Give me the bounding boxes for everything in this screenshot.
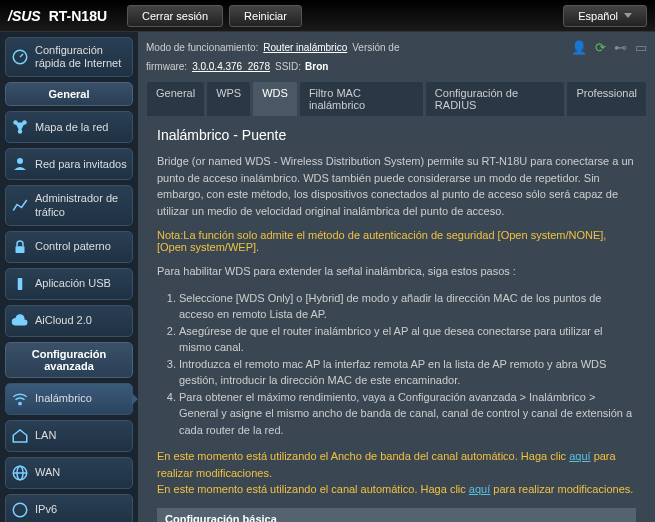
sidebar-item-guest[interactable]: Red para invitados xyxy=(5,148,133,180)
language-select[interactable]: Español xyxy=(563,5,647,27)
person-icon: 👤 xyxy=(571,40,587,55)
sidebar-advanced-header: Configuración avanzada xyxy=(5,342,133,378)
language-label: Español xyxy=(578,10,618,22)
cloud-icon xyxy=(11,312,29,330)
usb-icon xyxy=(11,275,29,293)
current-bw-text: En este momento está utilizando el Ancho… xyxy=(157,448,636,481)
traffic-icon xyxy=(11,197,29,215)
page-title: Inalámbrico - Puente xyxy=(157,127,636,143)
sidebar: Configuración rápida de Internet General… xyxy=(0,32,138,522)
step-item: Seleccione [WDS Only] o [Hybrid] de modo… xyxy=(179,290,636,323)
network-icon xyxy=(11,118,29,136)
sidebar-general-header: General xyxy=(5,82,133,106)
refresh-icon: ⟳ xyxy=(595,40,606,55)
step-item: Asegúrese de que el router inalámbrico y… xyxy=(179,323,636,356)
sidebar-item-label: Aplicación USB xyxy=(35,277,111,290)
current-ch-text: En este momento está utilizando el canal… xyxy=(157,481,636,498)
basic-config-header: Configuración básica xyxy=(157,508,636,523)
sidebar-item-label: WAN xyxy=(35,466,60,479)
text: En este momento está utilizando el canal… xyxy=(157,483,469,495)
sidebar-item-lan[interactable]: LAN xyxy=(5,420,133,452)
sidebar-item-label: Administrador de tráfico xyxy=(35,192,127,218)
usb-status-icon: ⊷ xyxy=(614,40,627,55)
tab-wps[interactable]: WPS xyxy=(206,81,251,116)
ipv6-icon xyxy=(11,501,29,519)
sidebar-item-wireless[interactable]: Inalámbrico xyxy=(5,383,133,415)
step-item: Para obtener el máximo rendimiento, vaya… xyxy=(179,389,636,439)
firmware-label: firmware: xyxy=(146,61,187,72)
firmware-value[interactable]: 3.0.0.4.376_2678 xyxy=(192,61,270,72)
svg-point-4 xyxy=(17,158,23,164)
sidebar-item-networkmap[interactable]: Mapa de la red xyxy=(5,111,133,143)
note-text: Nota:La función solo admite el método de… xyxy=(157,229,636,253)
guest-icon xyxy=(11,155,29,173)
sidebar-item-label: Inalámbrico xyxy=(35,392,92,405)
wifi-icon xyxy=(11,390,29,408)
tab-general[interactable]: General xyxy=(146,81,205,116)
modify-link[interactable]: aquí xyxy=(469,483,490,495)
tab-macfilter[interactable]: Filtro MAC inalámbrico xyxy=(299,81,424,116)
ssid-value: Bron xyxy=(305,61,328,72)
tab-professional[interactable]: Professional xyxy=(566,81,647,116)
text: para realizar modificaciones. xyxy=(490,483,633,495)
sidebar-item-label: LAN xyxy=(35,429,56,442)
svg-point-7 xyxy=(19,402,21,404)
tab-wds[interactable]: WDS xyxy=(252,81,298,116)
sidebar-item-usb[interactable]: Aplicación USB xyxy=(5,268,133,300)
sidebar-item-label: Red para invitados xyxy=(35,158,127,171)
modify-link[interactable]: aquí xyxy=(569,450,590,462)
device-icon: ▭ xyxy=(635,40,647,55)
sidebar-item-ipv6[interactable]: IPv6 xyxy=(5,494,133,522)
sidebar-item-label: Control paterno xyxy=(35,240,111,253)
svg-rect-6 xyxy=(18,278,23,290)
reboot-button[interactable]: Reiniciar xyxy=(229,5,302,27)
op-mode-label: Modo de funcionamiento: xyxy=(146,42,258,53)
home-icon xyxy=(11,427,29,445)
chevron-down-icon xyxy=(624,13,632,18)
model-name: RT-N18U xyxy=(49,8,107,24)
version-label: Versión de xyxy=(352,42,399,53)
main-content: Modo de funcionamiento: Router inalámbri… xyxy=(138,32,655,522)
op-mode-value[interactable]: Router inalámbrico xyxy=(263,42,347,53)
intro-text: Bridge (or named WDS - Wireless Distribu… xyxy=(157,153,636,219)
sidebar-item-label: AiCloud 2.0 xyxy=(35,314,92,327)
step-item: Introduzca el remoto mac AP la interfaz … xyxy=(179,356,636,389)
svg-rect-5 xyxy=(16,246,25,253)
sidebar-item-traffic[interactable]: Administrador de tráfico xyxy=(5,185,133,225)
steps-intro: Para habilitar WDS para extender la seña… xyxy=(157,263,636,280)
svg-point-10 xyxy=(13,503,27,517)
sidebar-item-label: Mapa de la red xyxy=(35,121,108,134)
status-icons: 👤 ⟳ ⊷ ▭ xyxy=(571,40,647,55)
lock-icon xyxy=(11,238,29,256)
brand-logo: /SUS xyxy=(8,8,41,24)
text: En este momento está utilizando el Ancho… xyxy=(157,450,569,462)
logout-button[interactable]: Cerrar sesión xyxy=(127,5,223,27)
tab-radius[interactable]: Configuración de RADIUS xyxy=(425,81,566,116)
quick-setup-label: Configuración rápida de Internet xyxy=(35,44,127,70)
ssid-label: SSID: xyxy=(275,61,301,72)
sidebar-item-label: IPv6 xyxy=(35,503,57,516)
quick-setup-button[interactable]: Configuración rápida de Internet xyxy=(5,37,133,77)
steps-list: Seleccione [WDS Only] o [Hybrid] de modo… xyxy=(179,290,636,439)
globe-icon xyxy=(11,464,29,482)
gauge-icon xyxy=(11,48,29,66)
sidebar-item-parental[interactable]: Control paterno xyxy=(5,231,133,263)
sidebar-item-aicloud[interactable]: AiCloud 2.0 xyxy=(5,305,133,337)
sidebar-item-wan[interactable]: WAN xyxy=(5,457,133,489)
